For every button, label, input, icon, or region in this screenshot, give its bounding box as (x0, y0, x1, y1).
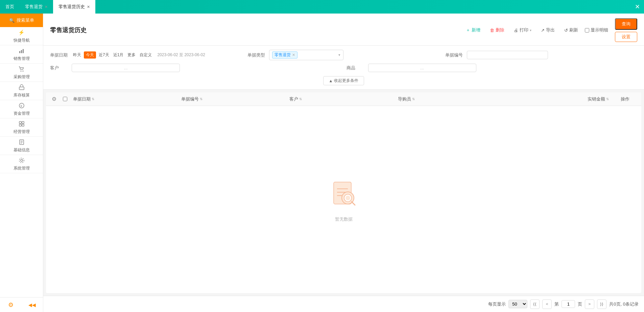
filter-date-item: 单据日期 昨天 今天 近7天 近1月 更多 自定义 2023-06-02 至 2… (50, 51, 242, 59)
page-last-button[interactable]: ⟩⟩ (597, 299, 606, 309)
collapse-icon: ◀◀ (28, 302, 36, 308)
sidebar-item-quick-nav[interactable]: ⚡ 快捷导航 (0, 27, 43, 45)
tab-list: 首页 零售退货 ✕ 零售退货历史 ✕ (0, 0, 630, 14)
query-button[interactable]: 查询 (615, 18, 637, 30)
sidebar-bottom: ⚙ ◀◀ (0, 297, 43, 312)
table-settings-icon[interactable]: ⚙ (49, 96, 59, 102)
filter-customer-select[interactable]: ... (72, 64, 180, 72)
delete-label: 删除 (496, 27, 504, 33)
refresh-label: 刷新 (569, 27, 578, 33)
svg-rect-8 (19, 121, 21, 124)
top-bar: 首页 零售退货 ✕ 零售退货历史 ✕ ✕ (0, 0, 644, 14)
filter-goods-select[interactable]: ... (368, 64, 476, 72)
finance-icon: ¥ (18, 102, 25, 109)
svg-rect-11 (22, 124, 24, 126)
th-customer-sort-icon[interactable]: ⇅ (299, 97, 302, 101)
empty-illustration (327, 177, 361, 211)
date-btn-custom[interactable]: 自定义 (138, 51, 153, 59)
th-date-sort-icon[interactable]: ⇅ (92, 97, 94, 101)
sidebar-item-operation[interactable]: 经营管理 (0, 118, 43, 137)
svg-point-4 (22, 71, 23, 72)
refresh-icon: ↺ (564, 28, 568, 33)
sidebar-collapse-button[interactable]: ◀◀ (27, 299, 38, 310)
page-prev-button[interactable]: ＜ (542, 299, 552, 309)
display-detail-toggle[interactable]: 显示明细 (585, 27, 608, 33)
print-button[interactable]: 🖨 打印 ▾ (511, 26, 534, 35)
sidebar-item-purchase[interactable]: 采购管理 (0, 64, 43, 82)
tab-retail-return-history[interactable]: 零售退货历史 ✕ (53, 0, 95, 14)
date-btn-more[interactable]: 更多 (126, 51, 137, 59)
filter-type-tag-remove[interactable]: ✕ (292, 53, 295, 57)
refresh-button[interactable]: ↺ 刷新 (562, 26, 581, 35)
th-number-sort-icon[interactable]: ⇅ (200, 97, 202, 101)
purchase-icon (18, 65, 25, 73)
page-next-button[interactable]: ＞ (585, 299, 594, 309)
page-size-select[interactable]: 50 10 20 100 (508, 300, 527, 308)
tab-retail-return[interactable]: 零售退货 ✕ (20, 0, 53, 14)
window-close-button[interactable]: ✕ (630, 0, 644, 14)
th-amount-sort-icon[interactable]: ⇅ (606, 97, 609, 101)
display-detail-label: 显示明细 (591, 27, 608, 33)
system-icon (18, 157, 25, 164)
export-button[interactable]: ↗ 导出 (538, 26, 557, 35)
sidebar-item-basic-info[interactable]: 基础信息 (0, 137, 43, 155)
tab-retail-return-close[interactable]: ✕ (45, 5, 48, 9)
sidebar-item-inventory[interactable]: 库存核算 (0, 82, 43, 100)
empty-state: 暂无数据 (46, 106, 641, 293)
filter-type-select[interactable]: 零售退货 ✕ ▾ (269, 50, 343, 60)
print-icon: 🖨 (514, 28, 518, 33)
svg-rect-9 (22, 121, 24, 124)
th-guide-label: 导购员 (398, 96, 411, 102)
sidebar-search-button[interactable]: 🔍 搜索菜单 (0, 14, 43, 27)
filter-goods-label: 商品 (347, 65, 365, 71)
sidebar-item-system[interactable]: 系统管理 (0, 155, 43, 173)
sidebar-item-finance[interactable]: ¥ 资金管理 (0, 100, 43, 118)
collapse-up-icon: ▲ (329, 79, 333, 83)
svg-rect-0 (19, 51, 20, 53)
display-detail-checkbox[interactable] (585, 28, 589, 32)
filter-date-label: 单据日期 (50, 52, 69, 58)
tab-retail-return-history-label: 零售退货历史 (58, 4, 85, 10)
settings-icon: ⚙ (8, 301, 14, 309)
sidebar-item-label: 销售管理 (14, 56, 30, 62)
date-btn-7days[interactable]: 近7天 (97, 51, 111, 59)
sidebar-item-label: 采购管理 (14, 74, 30, 80)
th-ops: 操作 (612, 96, 639, 102)
content-area: 零售退货历史 ＋ + 新增 新增 🗑 删除 🖨 打印 ▾ ↗ (43, 14, 644, 312)
filter-number-input[interactable] (467, 51, 548, 59)
page-suffix: 页 (578, 301, 582, 307)
svg-rect-2 (23, 49, 24, 53)
svg-text:¥: ¥ (20, 104, 22, 108)
collapse-filter-button[interactable]: ▲ 收起更多条件 (323, 76, 364, 85)
tab-retail-return-history-close[interactable]: ✕ (87, 5, 90, 9)
filter-type-tag: 零售退货 ✕ (272, 51, 297, 59)
setting-button[interactable]: 设置 (615, 32, 637, 42)
page-first-button[interactable]: ⟨⟨ (530, 299, 540, 309)
date-btn-today[interactable]: 今天 (84, 51, 96, 59)
page-header: 零售退货历史 ＋ + 新增 新增 🗑 删除 🖨 打印 ▾ ↗ (43, 14, 644, 46)
svg-point-17 (19, 158, 24, 163)
add-button[interactable]: ＋ + 新增 新增 (463, 26, 483, 35)
toolbar: ＋ + 新增 新增 🗑 删除 🖨 打印 ▾ ↗ 导出 (463, 18, 637, 42)
sidebar-item-sales[interactable]: 销售管理 (0, 45, 43, 64)
th-guide-sort-icon[interactable]: ⇅ (412, 97, 415, 101)
svg-point-25 (345, 196, 350, 200)
tab-home[interactable]: 首页 (0, 0, 20, 14)
select-all-checkbox[interactable] (63, 97, 67, 101)
svg-point-3 (20, 71, 21, 72)
page-number-input[interactable] (562, 300, 575, 308)
delete-button[interactable]: 🗑 删除 (487, 26, 507, 35)
sidebar-settings-button[interactable]: ⚙ (5, 299, 16, 310)
date-btn-yesterday[interactable]: 昨天 (72, 51, 82, 59)
date-btn-1month[interactable]: 近1月 (112, 51, 125, 59)
table-select-all[interactable] (59, 97, 70, 101)
sales-icon (18, 47, 25, 54)
th-amount: 实销金额 ⇅ (503, 96, 612, 102)
filter-row-1: 单据日期 昨天 今天 近7天 近1月 更多 自定义 2023-06-02 至 2… (50, 50, 637, 60)
filter-number-item: 单据编号 (445, 51, 637, 59)
filter-number-label: 单据编号 (445, 52, 464, 58)
sidebar-item-label: 库存核算 (14, 92, 30, 98)
export-icon: ↗ (541, 28, 545, 33)
th-ops-label: 操作 (621, 96, 629, 102)
sidebar-search-label: 搜索菜单 (17, 17, 34, 23)
